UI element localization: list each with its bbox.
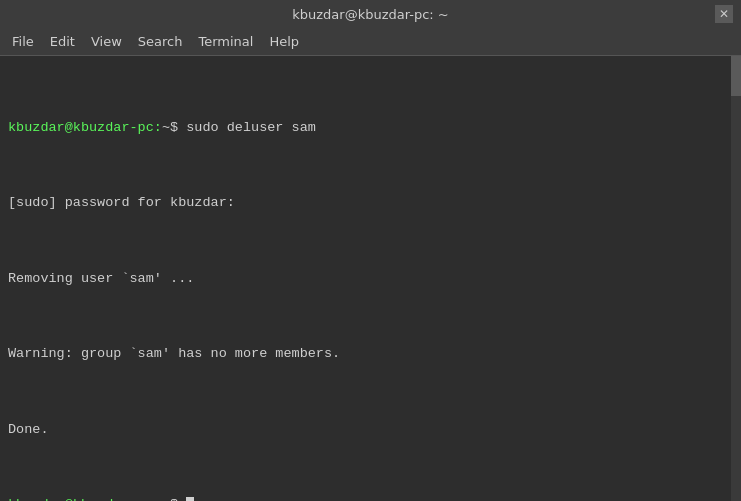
prompt-1: kbuzdar@kbuzdar-pc: [8, 120, 162, 135]
terminal-line-5: Done. [8, 421, 733, 440]
menu-view[interactable]: View [83, 31, 130, 52]
terminal-line-3: Removing user `sam' ... [8, 270, 733, 289]
terminal-body[interactable]: kbuzdar@kbuzdar-pc:~$ sudo deluser sam [… [0, 56, 741, 501]
prompt-suffix-1: ~$ [162, 120, 186, 135]
terminal-line-6: kbuzdar@kbuzdar-pc:~$ [8, 496, 733, 501]
close-button[interactable]: ✕ [715, 5, 733, 23]
prompt-6: kbuzdar@kbuzdar-pc: [8, 497, 162, 501]
terminal-window: kbuzdar@kbuzdar-pc: ~ ✕ File Edit View S… [0, 0, 741, 501]
title-bar: kbuzdar@kbuzdar-pc: ~ ✕ [0, 0, 741, 28]
output-3: Removing user `sam' ... [8, 271, 194, 286]
scrollbar[interactable] [731, 56, 741, 501]
scrollbar-thumb[interactable] [731, 56, 741, 96]
menu-edit[interactable]: Edit [42, 31, 83, 52]
menu-search[interactable]: Search [130, 31, 191, 52]
menu-file[interactable]: File [4, 31, 42, 52]
menu-terminal[interactable]: Terminal [190, 31, 261, 52]
output-2: [sudo] password for kbuzdar: [8, 195, 235, 210]
terminal-output: kbuzdar@kbuzdar-pc:~$ sudo deluser sam [… [8, 62, 733, 501]
menu-help[interactable]: Help [261, 31, 307, 52]
cursor [186, 497, 194, 501]
terminal-line-1: kbuzdar@kbuzdar-pc:~$ sudo deluser sam [8, 119, 733, 138]
terminal-line-2: [sudo] password for kbuzdar: [8, 194, 733, 213]
menu-bar: File Edit View Search Terminal Help [0, 28, 741, 56]
output-5: Done. [8, 422, 49, 437]
window-title: kbuzdar@kbuzdar-pc: ~ [292, 7, 448, 22]
command-1: sudo deluser sam [186, 120, 316, 135]
prompt-suffix-6: ~$ [162, 497, 186, 501]
output-4: Warning: group `sam' has no more members… [8, 346, 340, 361]
terminal-line-4: Warning: group `sam' has no more members… [8, 345, 733, 364]
